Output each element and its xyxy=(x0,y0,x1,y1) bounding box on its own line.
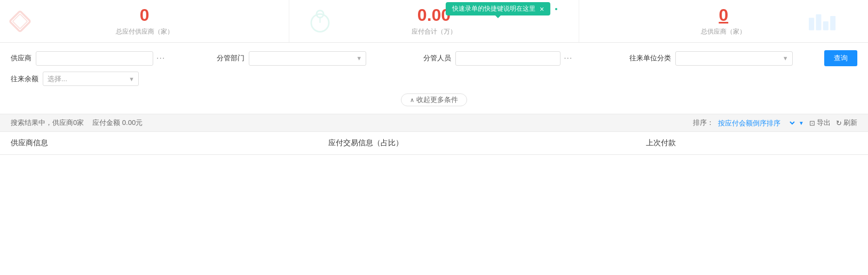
filter-item-balance: 往来余额 选择... ▼ xyxy=(11,72,857,86)
quick-tip-tooltip: 快速录单的快捷键说明在这里 × xyxy=(446,2,550,15)
query-button[interactable]: 查询 xyxy=(824,50,857,66)
stat-value-total-suppliers: 0 xyxy=(719,6,728,25)
stat-value-payable-suppliers: 0 xyxy=(140,6,149,25)
supplier-input-wrap: ··· xyxy=(36,51,199,66)
department-select-wrap: ▼ xyxy=(249,51,366,66)
table-col-supplier-info: 供应商信息 xyxy=(11,138,328,148)
filter-item-department: 分管部门 ▼ xyxy=(217,51,405,66)
sort-area: 排序： 按应付会额倒序排序 ▼ xyxy=(693,118,804,128)
svg-rect-11 xyxy=(830,16,835,30)
results-actions: 排序： 按应付会额倒序排序 ▼ ⊡ 导出 ↻ 刷新 xyxy=(693,118,857,128)
table-body xyxy=(0,155,868,275)
refresh-button[interactable]: ↻ 刷新 xyxy=(836,118,857,128)
filter-row-2: 往来余额 选择... ▼ xyxy=(11,72,857,86)
filter-item-category: 往来单位分类 ▼ xyxy=(629,51,818,66)
quick-tip-close-icon[interactable]: × xyxy=(540,5,544,13)
filter-section: 供应商 ··· 分管部门 ▼ 分管人员 ··· xyxy=(0,43,868,114)
supplier-input[interactable] xyxy=(36,51,153,66)
person-input[interactable] xyxy=(455,51,561,66)
results-count: 搜索结果中，供应商0家 xyxy=(11,118,84,128)
svg-rect-10 xyxy=(823,21,828,30)
collapse-button[interactable]: ∧ 收起更多条件 xyxy=(401,93,467,106)
export-label: 导出 xyxy=(817,118,831,128)
quick-tip-text: 快速录单的快捷键说明在这里 xyxy=(452,4,535,13)
collapse-row: ∧ 收起更多条件 xyxy=(11,91,857,109)
tip-dot xyxy=(554,7,558,11)
pig-icon xyxy=(305,6,335,36)
stat-total-payable-suppliers: 0 总应付供应商（家） xyxy=(0,0,289,42)
person-label: 分管人员 xyxy=(423,53,451,63)
export-icon: ⊡ xyxy=(809,119,815,127)
department-label: 分管部门 xyxy=(217,53,244,63)
category-select[interactable] xyxy=(675,51,793,66)
stat-label-payable-suppliers: 总应付供应商（家） xyxy=(116,27,173,36)
sort-select[interactable]: 按应付会额倒序排序 xyxy=(716,119,796,128)
refresh-icon: ↻ xyxy=(836,119,842,127)
filter-row-1: 供应商 ··· 分管部门 ▼ 分管人员 ··· xyxy=(11,50,857,66)
table-header: 供应商信息 应付交易信息（占比） 上次付款 xyxy=(0,132,868,155)
results-bar: 搜索结果中，供应商0家 应付金额 0.00元 排序： 按应付会额倒序排序 ▼ ⊡… xyxy=(0,114,868,132)
refresh-label: 刷新 xyxy=(843,118,857,128)
table-col-transaction-info: 应付交易信息（占比） xyxy=(328,138,646,148)
balance-label: 往来余额 xyxy=(11,74,38,84)
sort-chevron-icon: ▼ xyxy=(799,120,804,126)
export-button[interactable]: ⊡ 导出 xyxy=(809,118,831,128)
bars-icon xyxy=(807,11,836,32)
table-col-last-payment: 上次付款 xyxy=(646,138,858,148)
supplier-dots-btn[interactable]: ··· xyxy=(156,53,165,63)
svg-rect-9 xyxy=(816,14,822,30)
department-select[interactable] xyxy=(249,51,366,66)
stat-label-total-suppliers: 总供应商（家） xyxy=(701,27,746,36)
balance-select-wrap: 选择... ▼ xyxy=(43,72,139,86)
stat-total-suppliers: 0 总供应商（家） xyxy=(579,0,868,42)
filter-item-supplier: 供应商 ··· xyxy=(11,51,199,66)
diamond-icon xyxy=(5,6,35,36)
balance-select[interactable]: 选择... xyxy=(43,72,139,86)
person-input-wrap: ··· xyxy=(455,51,573,66)
results-amount: 应付金额 0.00元 xyxy=(92,118,143,128)
category-select-wrap: ▼ xyxy=(675,51,793,66)
svg-rect-8 xyxy=(809,18,814,30)
collapse-label: 收起更多条件 xyxy=(416,95,458,105)
collapse-up-icon: ∧ xyxy=(410,97,414,104)
category-label: 往来单位分类 xyxy=(629,53,671,63)
filter-item-person: 分管人员 ··· xyxy=(423,51,612,66)
stats-bar: 0 总应付供应商（家） 0.00 应付合计（万） 快速录单的快捷键说明在这里 ×… xyxy=(0,0,868,43)
sort-label: 排序： xyxy=(693,118,714,128)
person-dots-btn[interactable]: ··· xyxy=(564,53,572,63)
supplier-label: 供应商 xyxy=(11,53,31,63)
results-summary: 搜索结果中，供应商0家 应付金额 0.00元 xyxy=(11,118,143,128)
stat-label-payable-total: 应付合计（万） xyxy=(412,27,456,36)
